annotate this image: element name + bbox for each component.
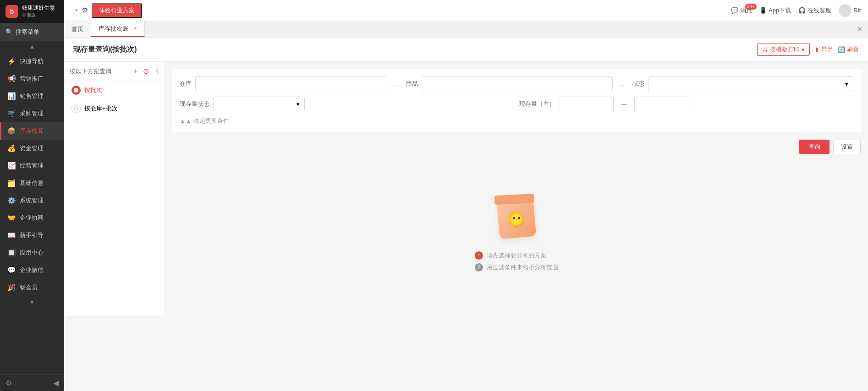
tab-home-label: 首页	[71, 25, 83, 33]
setting-btn[interactable]: 设置	[833, 140, 861, 154]
sidebar-logo: b	[5, 5, 18, 18]
sidebar-branding: 畅康通好生意 标准版	[22, 5, 55, 18]
sidebar-item-basics[interactable]: 🗂️ 基础信息	[0, 174, 64, 192]
inventory-qty-from[interactable]	[559, 97, 614, 111]
page-header: 现存量查询(按批次) 🖨 按模板打印 ▾ ⬆ 导出 🔄 刷新	[64, 38, 868, 62]
topbar-dropdown-icon[interactable]: ▾	[75, 7, 78, 13]
inventory-qty-label: 现存量（主）	[519, 100, 555, 108]
sidebar-item-inventory[interactable]: 📦 库存核算	[0, 122, 64, 140]
export-icon: ⬆	[814, 46, 819, 53]
finance-label: 资金管理	[20, 144, 44, 152]
avatar-img	[839, 4, 852, 17]
topbar-left: ▾ ⚙ 体验行业方案	[71, 3, 725, 18]
sidebar-scroll-up-btn[interactable]: ▲	[0, 41, 64, 53]
export-btn[interactable]: ⬆ 导出	[814, 45, 833, 54]
apps-icon: 🔲	[7, 249, 16, 257]
page-header-actions: 🖨 按模板打印 ▾ ⬆ 导出 🔄 刷新	[757, 43, 859, 56]
sidebar-item-shortcuts[interactable]: ⚡ 快捷导航	[0, 53, 64, 70]
user-avatar[interactable]: Rit	[839, 4, 861, 17]
sidebar-item-operations[interactable]: 📈 经营管理	[0, 157, 64, 174]
app-download-btn[interactable]: 📱 App下载	[759, 6, 791, 15]
collapse-panel-btn[interactable]: 《	[153, 67, 159, 76]
right-panel: 仓库 ... 商品 ... 状态	[165, 62, 868, 315]
search-menu-label: 搜索菜单	[16, 28, 39, 36]
tab-inventory-batch[interactable]: 库存批次账 ✕	[91, 21, 145, 37]
refresh-icon: 🔄	[838, 46, 845, 53]
inventory-status-label: 现存量状态	[180, 100, 209, 108]
headset-icon: 🎧	[798, 7, 806, 14]
collab-icon: 🤝	[7, 214, 16, 222]
scheme-item-batch[interactable]: 按批次	[64, 81, 165, 99]
sidebar-item-finance[interactable]: 💰 资金管理	[0, 140, 64, 157]
sidebar-header: b 畅康通好生意 标准版	[0, 0, 64, 23]
sidebar-item-collab[interactable]: 🤝 企业协同	[0, 209, 64, 227]
empty-box: 😶	[494, 196, 539, 242]
warehouse-input[interactable]	[195, 76, 386, 91]
tabbar: 首页 库存批次账 ✕ ✕	[64, 21, 868, 38]
content-area: 现存量查询(按批次) 🖨 按模板打印 ▾ ⬆ 导出 🔄 刷新	[64, 38, 868, 391]
left-panel-header: 按以下方案查询 ＋ ⊙ 《	[64, 62, 165, 81]
tip-text-1: 请先选择要分析的方案	[487, 251, 546, 260]
tabbar-close-right[interactable]: ✕	[851, 21, 868, 37]
basics-label: 基础信息	[20, 179, 44, 187]
settings-scheme-btn[interactable]: ⊙	[143, 67, 149, 76]
inventory-status-select[interactable]: ▾	[213, 97, 305, 111]
topbar-gear-icon[interactable]: ⚙	[82, 6, 88, 15]
collapse-sidebar-icon[interactable]: ◀	[53, 379, 59, 387]
action-row: 查询 设置	[172, 140, 861, 154]
filter-bottom-row: ▲▲ 收起更多条件	[180, 117, 853, 125]
status-dropdown-icon: ▾	[845, 81, 848, 87]
scroll-up-arrow[interactable]: ▲	[28, 43, 36, 51]
sidebar-item-weixin[interactable]: 💬 企业微信	[0, 261, 64, 279]
purchase-label: 采购管理	[20, 109, 44, 118]
inventory-qty-to[interactable]	[634, 97, 689, 111]
sidebar-item-system[interactable]: ⚙️ 系统管理	[0, 192, 64, 209]
message-btn[interactable]: 💬 消息 99+	[731, 6, 752, 15]
left-panel-header-actions: ＋ ⊙ 《	[132, 66, 159, 76]
product-more-btn[interactable]: ...	[616, 81, 627, 87]
filter-inventory-status: 现存量状态 ▾	[180, 97, 514, 111]
status-label: 状态	[632, 80, 644, 88]
settings-icon[interactable]: ⚙	[5, 379, 12, 387]
add-scheme-btn[interactable]: ＋	[132, 66, 139, 76]
sidebar-item-apps[interactable]: 🔲 应用中心	[0, 244, 64, 261]
filter-inventory-qty: 现存量（主） —	[519, 97, 853, 111]
online-label: 在线客服	[808, 6, 831, 15]
collapse-btn[interactable]: ▲▲ 收起更多条件	[180, 117, 229, 125]
sidebar-item-member[interactable]: 🎉 畅会员	[0, 279, 64, 296]
marketing-icon: 📢	[7, 75, 16, 83]
shortcuts-label: 快捷导航	[20, 57, 44, 65]
online-service-btn[interactable]: 🎧 在线客服	[798, 6, 831, 15]
sidebar-scroll-down-btn[interactable]: ▼	[0, 296, 64, 308]
basics-icon: 🗂️	[7, 179, 16, 187]
inventory-status-dropdown-icon: ▾	[297, 101, 300, 108]
warehouse-more-btn[interactable]: ...	[390, 81, 401, 87]
scroll-down-arrow[interactable]: ▼	[28, 298, 36, 306]
sidebar-item-purchase[interactable]: 🛒 采购管理	[0, 105, 64, 122]
shortcuts-icon: ⚡	[7, 57, 16, 65]
scheme-item-warehouse-batch[interactable]: 按仓库+批次	[64, 99, 165, 118]
sidebar-item-sales[interactable]: 📊 销售管理	[0, 87, 64, 105]
query-btn[interactable]: 查询	[799, 140, 830, 154]
filter-status: 状态 ▾	[632, 76, 853, 91]
print-btn[interactable]: 🖨 按模板打印 ▾	[757, 43, 810, 56]
sidebar-item-marketing[interactable]: 📢 营销推广	[0, 70, 64, 87]
sidebar: b 畅康通好生意 标准版 🔍 搜索菜单 ▲ ⚡ 快捷导航 📢 营销推广 📊 销售…	[0, 0, 64, 391]
tab-home[interactable]: 首页	[64, 21, 91, 37]
product-input[interactable]	[422, 76, 613, 91]
inventory-icon: 📦	[7, 127, 16, 135]
sidebar-search[interactable]: 🔍 搜索菜单	[0, 23, 64, 41]
page-title: 现存量查询(按批次)	[73, 45, 137, 54]
message-badge: 99+	[745, 4, 757, 10]
refresh-label: 刷新	[847, 45, 859, 54]
refresh-btn[interactable]: 🔄 刷新	[838, 45, 859, 54]
left-panel: 按以下方案查询 ＋ ⊙ 《 按批次	[64, 62, 165, 315]
status-select[interactable]: ▾	[648, 76, 853, 91]
experience-btn[interactable]: 体验行业方案	[92, 3, 142, 18]
filter-area: 仓库 ... 商品 ... 状态	[172, 69, 861, 132]
print-dropdown-icon[interactable]: ▾	[802, 46, 805, 53]
tab-close-btn[interactable]: ✕	[133, 26, 137, 32]
sidebar-item-guide[interactable]: 📖 新手引导	[0, 227, 64, 244]
guide-label: 新手引导	[20, 231, 44, 239]
scheme-icon-inactive	[71, 104, 81, 113]
